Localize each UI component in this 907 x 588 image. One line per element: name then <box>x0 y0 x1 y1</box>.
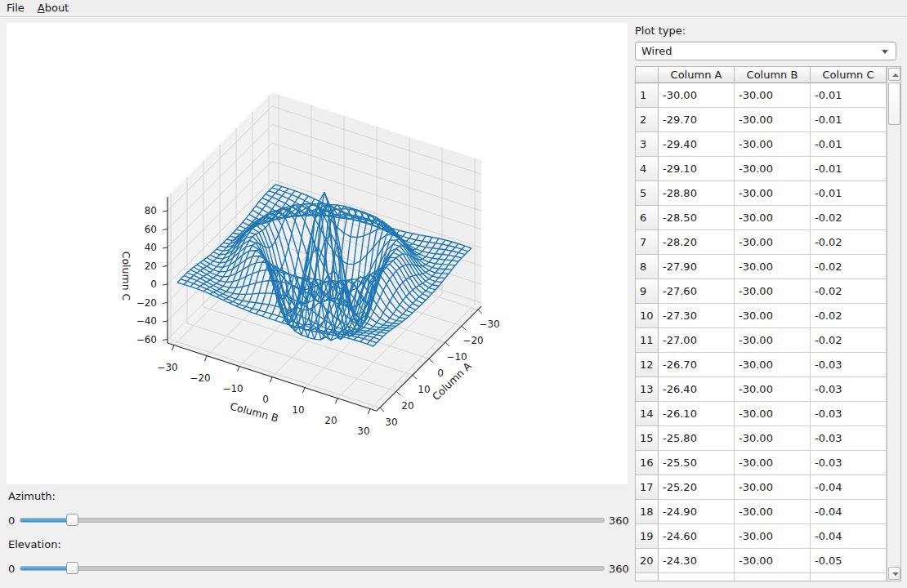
table-cell[interactable]: -27.30 <box>659 304 735 328</box>
row-number-cell[interactable]: 9 <box>636 279 659 304</box>
table-cell[interactable]: -30.00 <box>735 402 811 426</box>
row-number-cell[interactable]: 7 <box>636 230 659 255</box>
row-number-cell[interactable]: 18 <box>636 500 659 524</box>
table-cell[interactable]: -27.00 <box>659 328 735 353</box>
table-cell[interactable]: -29.40 <box>659 132 735 157</box>
table-cell[interactable]: -26.70 <box>659 353 735 377</box>
table-cell[interactable]: -30.00 <box>659 83 735 108</box>
row-number-cell[interactable]: 17 <box>636 475 659 500</box>
row-number-cell[interactable]: 5 <box>636 181 659 206</box>
table-cell[interactable]: -30.00 <box>735 132 811 157</box>
row-number-cell[interactable]: 2 <box>636 108 659 132</box>
table-cell[interactable]: -25.50 <box>659 451 735 475</box>
table-cell[interactable]: -0.01 <box>811 132 887 157</box>
table-cell[interactable]: -0.03 <box>811 426 887 451</box>
table-cell[interactable]: -30.00 <box>735 426 811 451</box>
table-cell[interactable]: -30.00 <box>735 377 811 402</box>
row-number-cell[interactable]: 11 <box>636 328 659 353</box>
table-cell[interactable]: -26.10 <box>659 402 735 426</box>
table-cell[interactable] <box>811 573 887 581</box>
row-number-cell[interactable]: 13 <box>636 377 659 402</box>
table-cell[interactable]: -28.80 <box>659 181 735 206</box>
row-number-cell[interactable]: 12 <box>636 353 659 377</box>
table-cell[interactable]: -30.00 <box>735 83 811 108</box>
table-cell[interactable]: -0.01 <box>811 108 887 132</box>
row-number-cell[interactable] <box>636 573 659 581</box>
table-cell[interactable]: -30.00 <box>735 353 811 377</box>
table-cell[interactable]: -30.00 <box>735 157 811 181</box>
table-cell[interactable]: -30.00 <box>735 451 811 475</box>
table-cell[interactable]: -0.01 <box>811 181 887 206</box>
table-cell[interactable]: -0.03 <box>811 377 887 402</box>
row-number-cell[interactable]: 4 <box>636 157 659 181</box>
table-cell[interactable]: -0.02 <box>811 279 887 304</box>
elevation-slider-thumb[interactable] <box>66 562 78 574</box>
scroll-down-button[interactable] <box>888 567 900 580</box>
table-cell[interactable] <box>659 573 735 581</box>
table-cell[interactable]: -26.40 <box>659 377 735 402</box>
table-cell[interactable]: -0.05 <box>811 549 887 573</box>
table-cell[interactable] <box>735 573 811 581</box>
row-number-cell[interactable]: 20 <box>636 549 659 573</box>
table-cell[interactable]: -30.00 <box>735 230 811 255</box>
table-vertical-scrollbar[interactable] <box>887 67 900 581</box>
table-cell[interactable]: -30.00 <box>735 549 811 573</box>
table-cell[interactable]: -30.00 <box>735 500 811 524</box>
table-cell[interactable]: -30.00 <box>735 328 811 353</box>
table-cell[interactable]: -0.02 <box>811 255 887 279</box>
table-cell[interactable]: -24.60 <box>659 524 735 549</box>
table-cell[interactable]: -0.04 <box>811 524 887 549</box>
table-cell[interactable]: -0.02 <box>811 230 887 255</box>
azimuth-slider[interactable] <box>20 514 605 527</box>
table-cell[interactable]: -29.70 <box>659 108 735 132</box>
table-cell[interactable]: -30.00 <box>735 206 811 230</box>
table-cell[interactable]: -0.01 <box>811 157 887 181</box>
table-cell[interactable]: -0.02 <box>811 328 887 353</box>
table-cell[interactable]: -30.00 <box>735 279 811 304</box>
table-cell[interactable]: -28.50 <box>659 206 735 230</box>
table-cell[interactable]: -0.03 <box>811 402 887 426</box>
scroll-up-button[interactable] <box>888 68 900 81</box>
row-number-cell[interactable]: 3 <box>636 132 659 157</box>
table-cell[interactable]: -0.04 <box>811 475 887 500</box>
column-header-column-b[interactable]: Column B <box>735 67 811 83</box>
table-cell[interactable]: -25.80 <box>659 426 735 451</box>
scrollbar-thumb[interactable] <box>888 82 900 125</box>
table-cell[interactable]: -27.60 <box>659 279 735 304</box>
table-cell[interactable]: -30.00 <box>735 524 811 549</box>
table-cell[interactable]: -0.04 <box>811 500 887 524</box>
table-cell[interactable]: -0.01 <box>811 83 887 108</box>
table-cell[interactable]: -24.90 <box>659 500 735 524</box>
table-cell[interactable]: -0.03 <box>811 451 887 475</box>
menu-item-about[interactable]: About <box>31 0 75 16</box>
elevation-slider-track[interactable] <box>20 566 605 571</box>
row-number-cell[interactable]: 6 <box>636 206 659 230</box>
table-cell[interactable]: -27.90 <box>659 255 735 279</box>
table-cell[interactable]: -24.30 <box>659 549 735 573</box>
table-cell[interactable]: -30.00 <box>735 255 811 279</box>
row-number-cell[interactable]: 19 <box>636 524 659 549</box>
column-header-column-c[interactable]: Column C <box>811 67 887 83</box>
plot-type-combobox[interactable]: Wired <box>635 42 896 60</box>
azimuth-slider-track[interactable] <box>20 518 605 523</box>
row-number-cell[interactable]: 8 <box>636 255 659 279</box>
table-cell[interactable]: -0.03 <box>811 353 887 377</box>
row-number-cell[interactable]: 16 <box>636 451 659 475</box>
table-cell[interactable]: -30.00 <box>735 108 811 132</box>
row-number-cell[interactable]: 1 <box>636 83 659 108</box>
menu-item-file[interactable]: File <box>0 0 31 16</box>
row-number-cell[interactable]: 14 <box>636 402 659 426</box>
table-cell[interactable]: -25.20 <box>659 475 735 500</box>
row-number-cell[interactable]: 15 <box>636 426 659 451</box>
column-header-column-a[interactable]: Column A <box>659 67 735 83</box>
plot-canvas[interactable]: −30−20−100102030−30−20−10010203080604020… <box>7 23 628 484</box>
table-cell[interactable]: -0.02 <box>811 206 887 230</box>
table-cell[interactable]: -30.00 <box>735 304 811 328</box>
table-cell[interactable]: -30.00 <box>735 181 811 206</box>
table-cell[interactable]: -29.10 <box>659 157 735 181</box>
table-cell[interactable]: -0.02 <box>811 304 887 328</box>
table-cell[interactable]: -28.20 <box>659 230 735 255</box>
table-cell[interactable]: -30.00 <box>735 475 811 500</box>
azimuth-slider-thumb[interactable] <box>66 514 78 526</box>
elevation-slider[interactable] <box>20 562 605 575</box>
